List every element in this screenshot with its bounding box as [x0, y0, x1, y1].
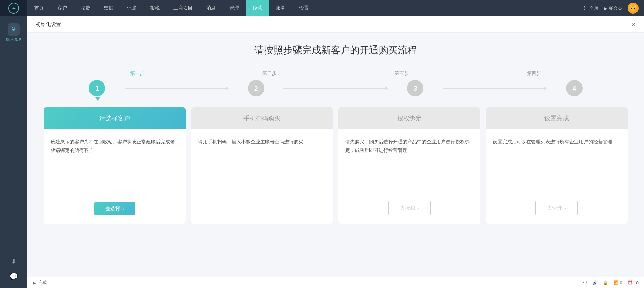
nav-invoice[interactable]: 票据	[97, 0, 120, 16]
download-icon[interactable]: ⬇	[8, 255, 20, 267]
nav-right: ⛶ 全屏 ▶ 畅会员 🐱	[584, 3, 644, 14]
goto-authorize-arrow: ›	[417, 205, 419, 211]
user-avatar[interactable]: 🐱	[628, 3, 639, 14]
member-label: 畅会员	[609, 5, 622, 11]
nav-logo: ✦	[0, 0, 27, 16]
card-4-body: 设置完成后可以在管理列表进行所有企业用户的经营管理	[486, 129, 628, 195]
card-3-footer: 去授权 ›	[338, 195, 480, 224]
fullscreen-button[interactable]: ⛶ 全屏	[584, 5, 599, 11]
cards-row: 请选择客户 该处展示的客户为不在回收站、客户状态正常建账后完成老板端绑定的所有客…	[44, 107, 628, 224]
step-1-wrapper: 1	[71, 80, 123, 96]
wizard-content: 请按照步骤完成新客户的开通购买流程 第一步 第二步 第三步 第四步 1	[27, 33, 644, 277]
nav-manage[interactable]: 管理	[223, 0, 246, 16]
lock-icon: 🔒	[603, 280, 608, 285]
step-labels-row: 第一步 第二步 第三步 第四步	[71, 70, 600, 77]
card-2-header: 手机扫码购买	[191, 107, 333, 129]
connector-3	[443, 86, 547, 90]
goto-manage-arrow: ›	[564, 205, 566, 211]
fullscreen-icon: ⛶	[584, 6, 588, 11]
sidebar-item-label: 经营管理	[6, 37, 21, 42]
nav-accounting[interactable]: 记账	[120, 0, 143, 16]
goto-select-label: 去选择	[105, 206, 121, 212]
goto-select-arrow: ›	[123, 206, 124, 212]
content-area: 初始化设置 × 请按照步骤完成新客户的开通购买流程 第一步 第二步 第三步 第四…	[27, 16, 644, 288]
step-circles-row: 1 2	[71, 80, 600, 96]
sidebar: ¥ 经营管理 ⬇ 💬	[0, 16, 27, 288]
step-label-4: 第四步	[468, 70, 601, 77]
step-circle-2: 2	[248, 80, 264, 96]
bottom-bar: ▶ 完成 🛡 🔊 🔒 📶 0 ⏰ 10	[27, 277, 644, 288]
card-step-4: 设置完成 设置完成后可以在管理列表进行所有企业用户的经营管理 去管理 ›	[486, 107, 628, 224]
card-2-body: 请用手机扫码，输入小微企业主账号密码进行购买	[191, 129, 333, 210]
nav-operation[interactable]: 经营	[246, 0, 269, 16]
status-text: 完成	[39, 280, 47, 286]
nav-business[interactable]: 工商项目	[167, 0, 199, 16]
sidebar-bottom: ⬇ 💬	[8, 255, 20, 288]
card-1-body: 该处展示的客户为不在回收站、客户状态正常建账后完成老板端绑定的所有客户	[44, 129, 186, 197]
card-4-text: 设置完成后可以在管理列表进行所有企业用户的经营管理	[493, 139, 612, 144]
content-header: 初始化设置 ×	[27, 16, 644, 33]
connector-2	[283, 86, 388, 90]
goto-manage-label: 去管理	[547, 205, 562, 211]
card-1-text: 该处展示的客户为不在回收站、客户状态正常建账后完成老板端绑定的所有客户	[51, 139, 175, 153]
goto-authorize-label: 去授权	[400, 205, 415, 211]
nav-customer[interactable]: 客户	[51, 0, 74, 16]
nav-message[interactable]: 消息	[199, 0, 223, 16]
nav-tax[interactable]: 报税	[143, 0, 167, 16]
step-circle-3: 3	[407, 80, 423, 96]
nav-home[interactable]: 首页	[27, 0, 51, 16]
nav-service[interactable]: 服务	[269, 0, 292, 16]
step-4-wrapper: 4	[548, 80, 600, 96]
connector-1	[125, 86, 229, 90]
card-4-footer: 去管理 ›	[486, 195, 628, 224]
bottom-right: 🛡 🔊 🔒 📶 0 ⏰ 10	[583, 280, 639, 285]
time-icon: ⏰ 10	[628, 280, 639, 285]
goto-manage-button[interactable]: 去管理 ›	[535, 201, 578, 215]
chat-icon[interactable]: 💬	[8, 270, 20, 283]
play-icon: ▶	[604, 6, 607, 11]
step-2-wrapper: 2	[230, 80, 282, 96]
card-1-footer: 去选择 ›	[44, 197, 186, 224]
card-step-2: 手机扫码购买 请用手机扫码，输入小微企业主账号密码进行购买	[191, 107, 333, 224]
member-button[interactable]: ▶ 畅会员	[604, 5, 622, 11]
steps-area: 第一步 第二步 第三步 第四步 1	[44, 70, 628, 101]
card-step-1: 请选择客户 该处展示的客户为不在回收站、客户状态正常建账后完成老板端绑定的所有客…	[44, 107, 186, 224]
wizard-title: 请按照步骤完成新客户的开通购买流程	[44, 44, 628, 57]
play-icon: ▶	[33, 280, 36, 285]
close-button[interactable]: ×	[632, 21, 636, 28]
top-nav: ✦ 首页 客户 收费 票据 记账 报税 工商项目 消息 管理 经营 服务 设置 …	[0, 0, 644, 16]
logo-icon: ✦	[8, 3, 19, 14]
card-2-text: 请用手机扫码，输入小微企业主账号密码进行购买	[198, 139, 303, 144]
step-circle-1: 1	[89, 80, 105, 96]
card-4-header: 设置完成	[486, 107, 628, 129]
goto-select-button[interactable]: 去选择 ›	[94, 202, 135, 215]
nav-billing[interactable]: 收费	[74, 0, 97, 16]
sidebar-item-operation[interactable]: ¥ 经营管理	[0, 19, 27, 46]
main-layout: ¥ 经营管理 ⬇ 💬 初始化设置 × 请按照步骤完成新客户的开通购买流程 第一步…	[0, 16, 644, 288]
card-2-footer	[191, 210, 333, 224]
shield-icon: 🛡	[583, 280, 587, 285]
nav-items: 首页 客户 收费 票据 记账 报税 工商项目 消息 管理 经营 服务 设置	[27, 0, 584, 16]
card-2-title: 手机扫码购买	[243, 115, 280, 122]
step-label-1: 第一步	[71, 70, 204, 77]
card-3-body: 请先购买，购买后选择开通的产品中的企业用户进行授权绑定，成功后即可进行经营管理	[338, 129, 480, 195]
page-title: 初始化设置	[36, 21, 61, 28]
card-3-text: 请先购买，购买后选择开通的产品中的企业用户进行授权绑定，成功后即可进行经营管理	[345, 139, 470, 153]
card-1-title: 请选择客户	[99, 115, 130, 122]
nav-settings[interactable]: 设置	[292, 0, 316, 16]
card-step-3: 授权绑定 请先购买，购买后选择开通的产品中的企业用户进行授权绑定，成功后即可进行…	[338, 107, 480, 224]
goto-authorize-button[interactable]: 去授权 ›	[388, 201, 431, 215]
step-circle-4: 4	[566, 80, 583, 96]
card-3-header: 授权绑定	[338, 107, 480, 129]
bottom-left: ▶ 完成	[33, 280, 47, 286]
operation-icon: ¥	[8, 23, 20, 36]
step-3-wrapper: 3	[389, 80, 442, 96]
fullscreen-label: 全屏	[590, 5, 599, 11]
card-1-header: 请选择客户	[44, 107, 186, 129]
step-label-3: 第三步	[336, 70, 468, 77]
volume-icon: 🔊	[592, 280, 598, 285]
card-3-title: 授权绑定	[397, 115, 422, 122]
card-4-title: 设置完成	[544, 115, 569, 122]
step-label-2: 第二步	[204, 70, 336, 77]
step-pointers	[71, 96, 600, 101]
